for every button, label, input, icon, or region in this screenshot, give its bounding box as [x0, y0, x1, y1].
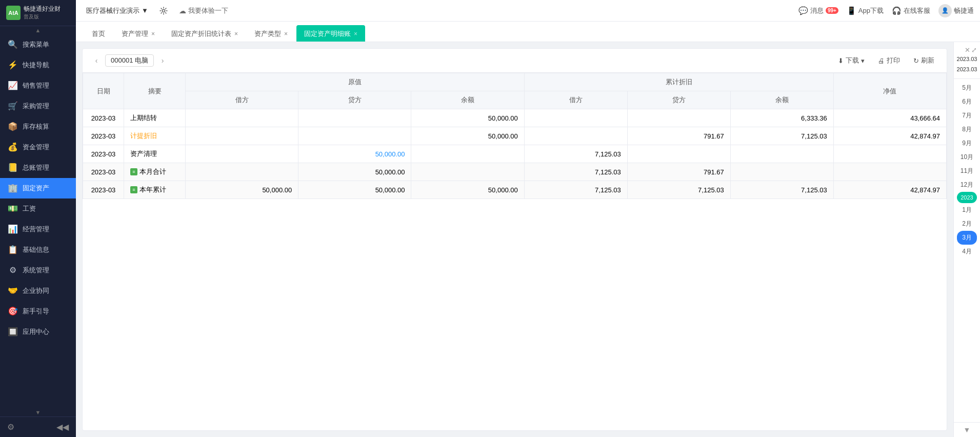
timeline-month-2[interactable]: 2月 — [954, 217, 980, 231]
tab-fixed-detail-close[interactable]: × — [354, 31, 357, 37]
sidebar-item-appcenter[interactable]: 🔲 应用中心 — [0, 322, 76, 342]
timeline-month-7[interactable]: 7月 — [954, 109, 980, 123]
cell-accum-balance — [730, 145, 833, 163]
svg-point-0 — [162, 9, 165, 12]
sidebar-item-fixedasset[interactable]: 🏢 固定资产 — [0, 178, 76, 198]
cell-accum-credit — [627, 109, 730, 127]
tab-asset-type[interactable]: 资产类型 × — [247, 25, 295, 42]
tab-asset-mgmt[interactable]: 资产管理 × — [114, 25, 163, 42]
customer-service-label: 在线客服 — [904, 6, 930, 15]
quicknav-icon: ⚡ — [8, 61, 17, 70]
sidebar-item-label: 资金管理 — [23, 143, 49, 152]
header-net-value: 净值 — [833, 73, 946, 109]
tab-fixed-depreciation-close[interactable]: × — [234, 31, 238, 37]
cell-net-value: 43,666.64 — [833, 109, 946, 127]
cell-accum-debit: 7,125.03 — [524, 181, 627, 199]
company-selector[interactable]: 医疗器械行业演示 ▼ — [82, 4, 152, 17]
user-menu[interactable]: 👤 畅捷通 — [938, 4, 974, 17]
tab-asset-type-close[interactable]: × — [284, 31, 288, 37]
sidebar-item-ledger[interactable]: 📒 总账管理 — [0, 157, 76, 178]
timeline-month-12[interactable]: 12月 — [954, 178, 980, 192]
cell-original-balance — [411, 145, 524, 163]
timeline-month-5[interactable]: 5月 — [954, 81, 980, 95]
username-label: 畅捷通 — [954, 6, 974, 15]
timeline-panel: ✕ ⤢ 2023.03 2023.03 5月 6月 7月 8月 9月 10月 1… — [953, 42, 980, 437]
header-accum-debit: 借方 — [524, 91, 627, 109]
table-header-row2: 借方 贷方 余额 借方 贷方 余额 — [83, 91, 947, 109]
sidebar-scroll-up[interactable]: ▲ — [35, 27, 41, 33]
sidebar-item-quicknav[interactable]: ⚡ 快捷导航 — [0, 55, 76, 75]
sidebar-item-sales[interactable]: 📈 销售管理 — [0, 75, 76, 96]
sidebar-item-enterprise[interactable]: 🤝 企业协同 — [0, 281, 76, 301]
sidebar-item-payroll[interactable]: 💵 工资 — [0, 198, 76, 219]
messages-label: 消息 — [810, 6, 824, 15]
sidebar-item-system[interactable]: ⚙ 系统管理 — [0, 260, 76, 281]
tab-fixed-detail[interactable]: 固定资产明细账 × — [296, 25, 365, 42]
customer-service-icon: 🎧 — [892, 6, 902, 15]
sidebar-item-newguide[interactable]: 🎯 新手引导 — [0, 301, 76, 322]
detail-panel: ‹ 000001 电脑 › ⬇ 下载 ▾ 🖨 打印 — [82, 48, 947, 431]
timeline-month-9[interactable]: 9月 — [954, 136, 980, 150]
timeline-month-6[interactable]: 6月 — [954, 95, 980, 109]
timeline-year-2023[interactable]: 2023 — [957, 192, 977, 203]
tab-fixed-depreciation[interactable]: 固定资产折旧统计表 × — [164, 25, 246, 42]
timeline-month-10[interactable]: 10月 — [954, 150, 980, 164]
asset-prev-button[interactable]: ‹ — [91, 55, 102, 66]
customer-service-button[interactable]: 🎧 在线客服 — [892, 6, 930, 15]
sidebar-item-label: 新手引导 — [23, 307, 49, 316]
sidebar-item-finance[interactable]: 💰 资金管理 — [0, 137, 76, 157]
timeline-month-4[interactable]: 4月 — [954, 245, 980, 259]
sidebar-item-purchase[interactable]: 🛒 采购管理 — [0, 96, 76, 116]
cell-description: 计提折旧 — [124, 127, 186, 145]
table-header-row1: 日期 摘要 原值 累计折旧 净值 — [83, 73, 947, 91]
asset-nav: ‹ 000001 电脑 › — [91, 54, 168, 67]
cell-date: 2023-03 — [83, 145, 124, 163]
header-accum-balance: 余额 — [730, 91, 833, 109]
download-label: 下载 — [846, 56, 859, 65]
timeline-expand-button[interactable]: ⤢ — [971, 46, 977, 54]
timeline-month-1[interactable]: 1月 — [954, 203, 980, 217]
cell-accum-balance: 7,125.03 — [730, 127, 833, 145]
timeline-close-button[interactable]: ✕ — [965, 46, 970, 54]
messages-button[interactable]: 💬 消息 99+ — [798, 6, 838, 15]
download-button[interactable]: ⬇ 下载 ▾ — [834, 54, 869, 67]
table-row: 2023-03≡本年累计50,000.0050,000.0050,000.007… — [83, 181, 947, 199]
tab-home[interactable]: 首页 — [84, 25, 113, 42]
settings-icon[interactable]: ⚙ — [7, 422, 14, 432]
cell-accum-credit: 791.67 — [627, 163, 730, 181]
app-download-label: App下载 — [858, 6, 884, 15]
cell-original-debit — [186, 145, 298, 163]
collapse-sidebar-button[interactable]: ◀◀ — [56, 422, 69, 432]
timeline-nav: ▼ — [954, 422, 980, 437]
tab-fixed-detail-label: 固定资产明细账 — [304, 29, 351, 38]
timeline-month-11[interactable]: 11月 — [954, 164, 980, 178]
system-icon: ⚙ — [8, 266, 17, 275]
asset-next-button[interactable]: › — [157, 55, 168, 66]
operation-icon: 📊 — [8, 225, 17, 234]
refresh-button[interactable]: ↻ 刷新 — [909, 54, 938, 67]
cell-accum-debit: 7,125.03 — [524, 163, 627, 181]
sidebar-item-search[interactable]: 🔍 搜索菜单 — [0, 34, 76, 55]
timeline-month-8[interactable]: 8月 — [954, 123, 980, 136]
settings-button[interactable] — [156, 4, 171, 18]
print-button[interactable]: 🖨 打印 — [874, 54, 904, 67]
sidebar-item-operation[interactable]: 📊 经营管理 — [0, 219, 76, 240]
timeline-scroll[interactable]: 5月 6月 7月 8月 9月 10月 11月 12月 2023 1月 2月 3月… — [954, 79, 980, 422]
company-name: 医疗器械行业演示 — [86, 6, 139, 15]
timeline-month-3-active[interactable]: 3月 — [957, 231, 977, 245]
appcenter-icon: 🔲 — [8, 327, 17, 336]
topbar-right: 💬 消息 99+ 📱 App下载 🎧 在线客服 👤 畅捷通 — [798, 4, 974, 17]
app-download-button[interactable]: 📱 App下载 — [847, 6, 884, 15]
table-row: 2023-03资产清理50,000.007,125.03 — [83, 145, 947, 163]
asset-code-display[interactable]: 000001 电脑 — [105, 54, 154, 67]
timeline-nav-down[interactable]: ▼ — [962, 425, 972, 435]
sidebar-item-inventory[interactable]: 📦 库存核算 — [0, 116, 76, 137]
experience-button[interactable]: ☁ 我要体验一下 — [175, 4, 232, 17]
tab-home-label: 首页 — [92, 29, 105, 38]
sidebar-item-basicinfo[interactable]: 📋 基础信息 — [0, 240, 76, 260]
tab-asset-mgmt-close[interactable]: × — [151, 31, 155, 37]
cell-net-value: 42,874.97 — [833, 127, 946, 145]
download-dropdown-icon: ▾ — [861, 57, 865, 65]
sidebar-scroll-down[interactable]: ▼ — [35, 409, 41, 415]
fixedasset-icon: 🏢 — [8, 184, 17, 193]
